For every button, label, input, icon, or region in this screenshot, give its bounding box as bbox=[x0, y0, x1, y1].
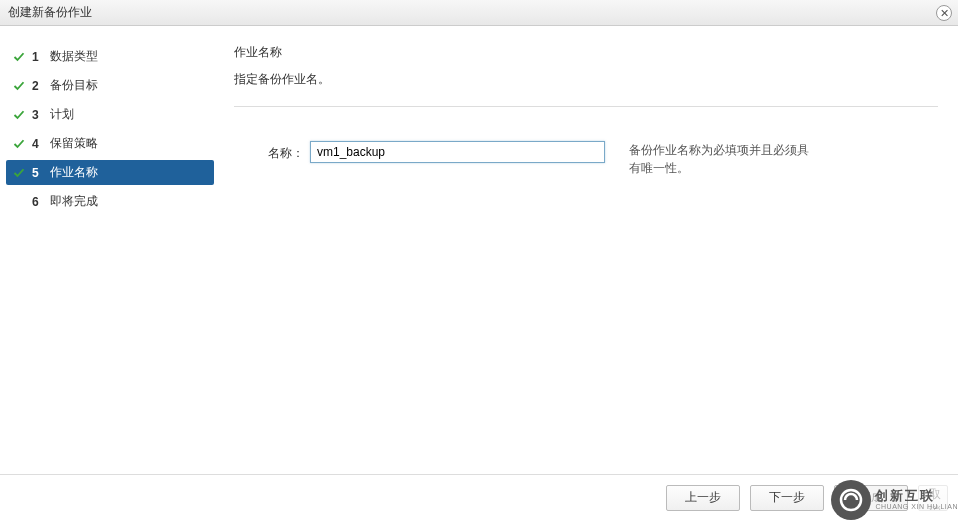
prev-button[interactable]: 上一步 bbox=[666, 485, 740, 511]
name-hint: 备份作业名称为必填项并且必须具有唯一性。 bbox=[629, 141, 809, 177]
step-label: 备份目标 bbox=[50, 77, 98, 94]
step-number: 4 bbox=[32, 137, 44, 151]
step-label: 作业名称 bbox=[50, 164, 98, 181]
step-label: 计划 bbox=[50, 106, 74, 123]
step-number: 2 bbox=[32, 79, 44, 93]
check-icon bbox=[12, 108, 26, 122]
footer: 上一步 下一步 完成 取消 bbox=[0, 474, 958, 520]
sidebar-item-job-name[interactable]: 5 作业名称 bbox=[6, 160, 214, 185]
form-row-name: 名称： 备份作业名称为必填项并且必须具有唯一性。 bbox=[234, 141, 938, 177]
step-number: 6 bbox=[32, 195, 44, 209]
check-icon bbox=[12, 137, 26, 151]
step-number: 3 bbox=[32, 108, 44, 122]
step-number: 1 bbox=[32, 50, 44, 64]
check-icon bbox=[12, 166, 26, 180]
wizard-sidebar: 1 数据类型 2 备份目标 3 计划 4 保留策略 bbox=[0, 26, 220, 474]
finish-button: 完成 bbox=[834, 485, 908, 511]
name-input[interactable] bbox=[310, 141, 605, 163]
sidebar-item-retention[interactable]: 4 保留策略 bbox=[6, 131, 214, 156]
page-title: 作业名称 bbox=[234, 44, 938, 61]
page-subtitle: 指定备份作业名。 bbox=[234, 71, 938, 88]
sidebar-item-ready[interactable]: 6 即将完成 bbox=[6, 189, 214, 214]
cancel-button[interactable]: 取消 bbox=[918, 485, 948, 511]
divider bbox=[234, 106, 938, 107]
next-button[interactable]: 下一步 bbox=[750, 485, 824, 511]
blank-icon bbox=[12, 195, 26, 209]
check-icon bbox=[12, 50, 26, 64]
window-title: 创建新备份作业 bbox=[8, 4, 92, 21]
sidebar-item-schedule[interactable]: 3 计划 bbox=[6, 102, 214, 127]
body-area: 1 数据类型 2 备份目标 3 计划 4 保留策略 bbox=[0, 26, 958, 474]
close-button[interactable]: ✕ bbox=[936, 5, 952, 21]
step-label: 数据类型 bbox=[50, 48, 98, 65]
check-icon bbox=[12, 79, 26, 93]
sidebar-item-data-type[interactable]: 1 数据类型 bbox=[6, 44, 214, 69]
close-icon: ✕ bbox=[940, 8, 949, 19]
name-label: 名称： bbox=[254, 141, 304, 162]
step-number: 5 bbox=[32, 166, 44, 180]
main-panel: 作业名称 指定备份作业名。 名称： 备份作业名称为必填项并且必须具有唯一性。 bbox=[220, 26, 958, 474]
sidebar-item-backup-target[interactable]: 2 备份目标 bbox=[6, 73, 214, 98]
step-label: 保留策略 bbox=[50, 135, 98, 152]
step-label: 即将完成 bbox=[50, 193, 98, 210]
titlebar: 创建新备份作业 ✕ bbox=[0, 0, 958, 26]
